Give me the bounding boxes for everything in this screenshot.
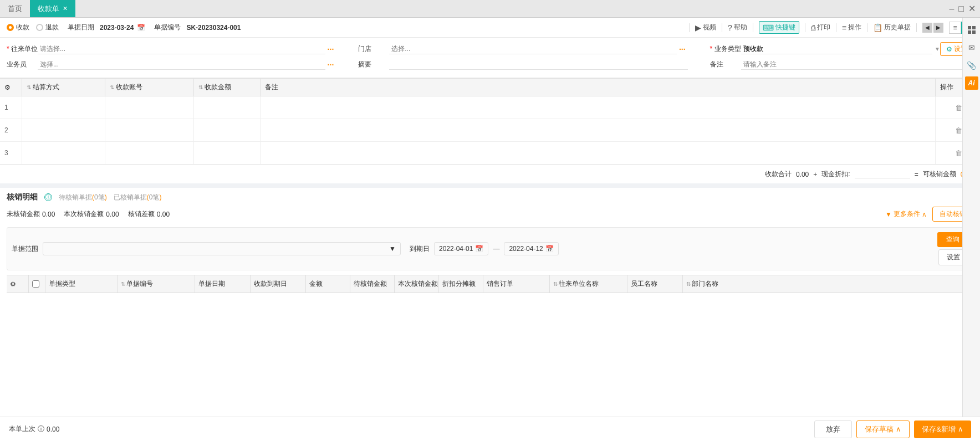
svg-rect-2 bbox=[968, 30, 971, 34]
th-receipt-account: ⇅ 收款账号 bbox=[105, 79, 194, 96]
bth-checkbox[interactable] bbox=[29, 275, 45, 293]
row1-account[interactable] bbox=[105, 96, 194, 119]
done-tab[interactable]: 已核销单据(0笔) bbox=[114, 193, 162, 202]
table-row: 3 🗑 ⧉ bbox=[0, 142, 980, 165]
date-field: 单据日期 2023-03-24 📅 bbox=[68, 23, 145, 32]
verif-info-icon[interactable]: ⓘ bbox=[44, 193, 52, 201]
row2-remark[interactable] bbox=[261, 119, 936, 141]
row2-method[interactable] bbox=[22, 119, 105, 141]
bottom-info-icon: ⓘ bbox=[38, 424, 44, 434]
refund-radio-circle bbox=[36, 24, 43, 31]
counterpart-input[interactable] bbox=[38, 44, 325, 54]
counterpart-more-icon[interactable]: ··· bbox=[325, 45, 336, 54]
row2-amount[interactable] bbox=[194, 119, 261, 141]
save-draft-btn[interactable]: 保存草稿 ∧ bbox=[856, 421, 910, 438]
salesman-more-icon[interactable]: ··· bbox=[325, 60, 336, 69]
bth-sales-order: 销售订单 bbox=[483, 275, 550, 293]
verification-section: 核销明细 ⓘ 待核销单据(0笔) 已核销单据(0笔) 未核销金额 0.00 本次… bbox=[0, 188, 980, 298]
remark-field: 备注 bbox=[710, 59, 973, 70]
remark-label: 备注 bbox=[710, 60, 741, 69]
window-maximize-icon[interactable]: □ bbox=[958, 4, 964, 14]
nav-prev-arrow[interactable]: ◀ bbox=[922, 23, 932, 33]
summary-row: 收款合计 0.00 + 现金折扣: = 可核销金额 0.00 bbox=[0, 165, 980, 183]
row1-amount[interactable] bbox=[194, 96, 261, 119]
sidebar-table-icon[interactable] bbox=[965, 23, 978, 37]
date-to-picker[interactable]: 2022-04-12 📅 bbox=[504, 242, 558, 255]
top-toolbar: 收款 退款 单据日期 2023-03-24 📅 单据编号 SK-20230324… bbox=[0, 18, 980, 38]
biz-type-arrow-icon[interactable]: ▼ bbox=[935, 46, 940, 52]
save-new-btn[interactable]: 保存&新增 ∧ bbox=[914, 421, 971, 438]
range-dropdown-icon: ▼ bbox=[389, 245, 396, 253]
nav-next-arrow[interactable]: ▶ bbox=[933, 23, 943, 33]
store-label: 门店 bbox=[358, 44, 389, 54]
th-settings[interactable]: ⚙ bbox=[0, 79, 22, 96]
help-btn[interactable]: ? 帮助 bbox=[728, 23, 747, 32]
row1-method[interactable] bbox=[22, 96, 105, 119]
date-from-picker[interactable]: 2022-04-01 📅 bbox=[434, 242, 488, 255]
receipt-radio-circle bbox=[7, 24, 14, 31]
row3-account[interactable] bbox=[105, 142, 194, 164]
tab-receipt[interactable]: 收款单 ✕ bbox=[30, 0, 75, 17]
summary-input[interactable] bbox=[389, 59, 687, 70]
range-select[interactable]: ▼ bbox=[43, 242, 401, 255]
receipt-radio[interactable]: 收款 bbox=[7, 23, 29, 32]
counterpart-label: 往来单位 bbox=[7, 44, 38, 54]
store-input[interactable] bbox=[389, 44, 677, 54]
bth-settings[interactable]: ⚙ bbox=[7, 275, 29, 293]
store-more-icon[interactable]: ··· bbox=[677, 45, 688, 54]
biz-type-select: 预收款 ▼ bbox=[741, 44, 940, 54]
filter-row: 单据范围 ▼ 到期日 2022-04-01 📅 — 2022-04-12 📅 bbox=[7, 227, 973, 270]
row2-account[interactable] bbox=[105, 119, 194, 141]
th-remark: 备注 bbox=[261, 79, 936, 96]
bth-doc-type: 单据类型 bbox=[45, 275, 118, 293]
store-field: 门店 ··· bbox=[358, 44, 687, 54]
table-row: 1 🗑 ⧉ bbox=[0, 96, 980, 119]
history-btn[interactable]: 📋 历史单据 bbox=[873, 23, 911, 32]
list-view-btn[interactable]: ≡ bbox=[949, 22, 961, 34]
more-conditions-btn[interactable]: ▼ 更多条件 ∧ bbox=[885, 209, 927, 219]
discount-input[interactable] bbox=[855, 170, 910, 178]
row3-num: 3 bbox=[0, 142, 22, 164]
th-amount: ⇅ 收款金额 bbox=[194, 79, 261, 96]
select-all-checkbox[interactable] bbox=[32, 280, 39, 288]
row3-method[interactable] bbox=[22, 142, 105, 164]
pending-tab[interactable]: 待核销单据(0笔) bbox=[59, 193, 107, 202]
salesman-field: 业务员 ··· bbox=[7, 59, 336, 70]
keyboard-icon: ⌨ bbox=[763, 23, 774, 32]
row3-amount[interactable] bbox=[194, 142, 261, 164]
tab-close-icon[interactable]: ✕ bbox=[63, 5, 68, 12]
bottom-table-header: ⚙ 单据类型 ⇅ 单据编号 单据日期 收款到期日 金额 待核销金额 bbox=[7, 275, 973, 293]
row1-remark[interactable] bbox=[261, 96, 936, 119]
biz-type-input[interactable] bbox=[741, 44, 933, 54]
calendar-icon[interactable]: 📅 bbox=[137, 24, 145, 32]
stat-unpaid: 未核销金额 0.00 bbox=[7, 209, 55, 219]
operation-btn[interactable]: ≡ 操作 bbox=[842, 23, 861, 32]
table-row: 2 🗑 ⧉ bbox=[0, 119, 980, 142]
salesman-input[interactable] bbox=[38, 59, 325, 70]
refund-radio[interactable]: 退款 bbox=[36, 23, 59, 32]
bth-discount: 折扣分摊额 bbox=[439, 275, 483, 293]
sidebar-ai-icon[interactable]: Ai bbox=[965, 76, 978, 90]
bth-pending-amount: 待核销金额 bbox=[350, 275, 395, 293]
shortcut-btn[interactable]: ⌨ 快捷键 bbox=[759, 21, 799, 34]
verif-title-row: 核销明细 ⓘ 待核销单据(0笔) 已核销单据(0笔) bbox=[7, 192, 973, 202]
sidebar-attach-icon[interactable]: 📎 bbox=[965, 59, 978, 72]
bth-this-amount: 本次核销金额 bbox=[395, 275, 439, 293]
svg-rect-3 bbox=[972, 30, 976, 34]
sidebar-email-icon[interactable]: ✉ bbox=[965, 41, 978, 54]
tab-home[interactable]: 首页 bbox=[0, 0, 30, 17]
remark-input[interactable] bbox=[741, 59, 973, 70]
window-close-icon[interactable]: ✕ bbox=[968, 3, 976, 14]
print-btn[interactable]: ⎙ 打印 bbox=[811, 23, 830, 32]
tab-bar: 首页 收款单 ✕ – □ ✕ bbox=[0, 0, 980, 18]
table-settings-icon: ⚙ bbox=[4, 84, 11, 91]
abandon-btn[interactable]: 放弃 bbox=[814, 421, 852, 438]
verif-title: 核销明细 bbox=[7, 192, 38, 202]
row2-num: 2 bbox=[0, 119, 22, 141]
row3-remark[interactable] bbox=[261, 142, 936, 164]
row1-num: 1 bbox=[0, 96, 22, 119]
window-minimize-icon[interactable]: – bbox=[949, 4, 954, 14]
bottom-bar: 本单上次 ⓘ 0.00 放弃 保存草稿 ∧ 保存&新增 ∧ bbox=[0, 417, 980, 441]
video-btn[interactable]: ▶ 视频 bbox=[695, 23, 716, 32]
history-icon: 📋 bbox=[873, 23, 882, 32]
